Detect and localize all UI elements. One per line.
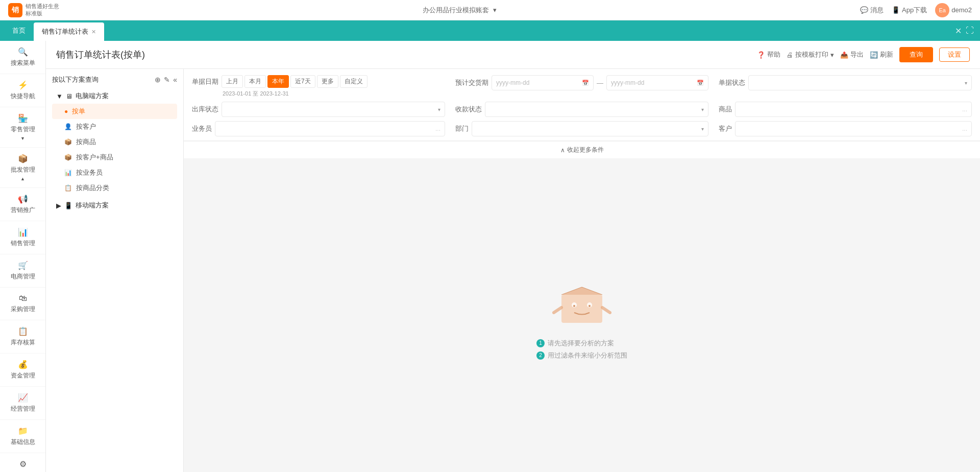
shipment-select[interactable]: ▾ [222,102,445,117]
avatar: Ea [935,3,949,17]
date-filter-cell: 单据日期 上月 本月 本年 近7天 更多 自定义 2023 [192,75,445,98]
filter-row-2: 出库状态 ▾ 收款状态 ▾ [192,102,972,117]
quick-nav-icon: ⚡ [18,80,28,90]
svg-rect-0 [561,295,602,323]
export-button[interactable]: 📤 导出 [840,50,864,59]
scheme-group-mobile-header[interactable]: ▶ 📱 移动端方案 [52,198,177,213]
top-bar: 销 销售通好生意 标准版 办公用品行业模拟账套 ▾ 💬 消息 📱 App下载 E… [0,0,980,20]
customer-cell: 客户 ... [719,121,972,136]
mobile-group-arrow: ▶ [56,202,61,209]
marketing-icon: 📢 [18,194,28,204]
payment-label: 收款状态 [455,105,482,114]
shipment-label: 出库状态 [192,105,218,114]
expected-date-end[interactable]: yyyy-mm-dd 📅 [606,75,708,90]
sidebar-item-marketing[interactable]: 📢 营销推广 [0,188,45,221]
empty-svg [551,269,612,331]
by-customer-product-icon: 📦 [64,154,72,161]
template-print-button[interactable]: 🖨 按模板打印 ▾ [787,50,834,59]
scheme-item-by-customer-product[interactable]: 📦 按客户+商品 [52,150,177,165]
shortcut-this-month[interactable]: 本月 [244,75,266,88]
tab-bar-actions: ✕ ⛶ [955,26,980,36]
collapse-button[interactable]: ∧ 收起更多条件 [184,141,980,158]
shortcut-last-month[interactable]: 上月 [222,75,243,88]
tab-home[interactable]: 首页 [4,20,34,41]
shortcut-custom[interactable]: 自定义 [340,75,368,88]
svg-line-8 [554,308,561,313]
settings-button[interactable]: 设置 [939,48,970,62]
sidebar-item-finance[interactable]: 💰 资金管理 [0,353,45,387]
scheme-edit-icon[interactable]: ✎ [164,76,170,84]
retail-icon: 🏪 [18,113,28,123]
content-area: 销售订单统计表(按单) ❓ 帮助 🖨 按模板打印 ▾ 📤 导出 🔄 刷新 [46,41,980,472]
sidebar-item-system[interactable]: ⚙ 系统管理 [0,453,45,472]
scheme-item-by-product-category[interactable]: 📋 按商品分类 [52,180,177,196]
shortcut-7days[interactable]: 近7天 [290,75,315,88]
page-title: 销售订单统计表(按单) [56,49,145,61]
help-button[interactable]: ❓ 帮助 [757,50,780,59]
sidebar-item-retail[interactable]: 🏪 零售管理 ▼ [0,107,45,148]
scheme-item-by-salesperson[interactable]: 📊 按业务员 [52,165,177,180]
salesperson-input[interactable]: ... [215,121,445,136]
shortcut-more[interactable]: 更多 [317,75,338,88]
scheme-item-by-order[interactable]: ● 按单 [52,104,177,119]
ops-icon: 📈 [18,393,28,403]
empty-illustration [551,269,612,331]
sales-mgmt-icon: 📊 [18,227,28,237]
filter-rows: 单据日期 上月 本月 本年 近7天 更多 自定义 2023 [184,69,980,141]
dept-dropdown-icon: ▾ [701,126,704,132]
expected-date-start[interactable]: yyyy-mm-dd 📅 [492,75,594,90]
status-label: 单据状态 [719,78,745,87]
customer-label: 客户 [719,124,732,133]
tab-sales-order[interactable]: 销售订单统计表 ✕ [34,22,104,41]
payment-cell: 收款状态 ▾ [455,102,708,117]
dropdown-arrow[interactable]: ▾ [493,6,497,14]
by-order-icon: ● [64,108,68,115]
sidebar-item-ops[interactable]: 📈 经营管理 [0,387,45,420]
sidebar-item-wholesale[interactable]: 📦 批发管理 ▲ [0,148,45,188]
by-salesperson-icon: 📊 [64,169,72,176]
right-panel: 单据日期 上月 本月 本年 近7天 更多 自定义 2023 [184,69,980,472]
system-icon: ⚙ [19,459,27,469]
tab-bar: 首页 销售订单统计表 ✕ ✕ ⛶ [0,20,980,41]
product-input[interactable]: ... [735,102,972,117]
payment-select[interactable]: ▾ [485,102,708,117]
sidebar-item-purchase[interactable]: 🛍 采购管理 [0,288,45,320]
search-menu-icon: 🔍 [18,47,28,57]
minimize-button[interactable]: ✕ [955,26,962,36]
sidebar-item-sales-mgmt[interactable]: 📊 销售管理 [0,221,45,254]
scheme-panel: 按以下方案查询 ⊕ ✎ « ▼ 🖥 电脑端方案 ● 按单 [46,69,184,472]
status-select[interactable]: ▾ [748,75,972,90]
shortcut-this-year[interactable]: 本年 [267,75,289,88]
status-dropdown-icon: ▾ [965,80,967,86]
sidebar-item-inventory[interactable]: 📋 库存核算 [0,320,45,353]
message-button[interactable]: 💬 消息 [860,6,884,15]
customer-input[interactable]: ... [735,121,972,136]
salesperson-cell: 业务员 ... [192,121,445,136]
by-product-icon: 📦 [64,138,72,146]
sidebar-item-quick-nav[interactable]: ⚡ 快捷导航 [0,74,45,107]
app-download-button[interactable]: 📱 App下载 [892,6,927,15]
tab-close-icon[interactable]: ✕ [91,29,96,35]
empty-tips: 1 请先选择要分析的方案 2 用过滤条件来缩小分析范围 [536,339,627,363]
dept-select[interactable]: ▾ [472,121,708,136]
sidebar-item-basic[interactable]: 📁 基础信息 [0,420,45,453]
user-profile-button[interactable]: Ea demo2 [935,3,972,17]
logo-area: 销 销售通好生意 标准版 [8,3,59,17]
scheme-collapse-icon[interactable]: « [173,76,177,84]
top-bar-center[interactable]: 办公用品行业模拟账套 ▾ [423,6,497,15]
query-button[interactable]: 查询 [899,47,933,62]
scheme-group-pc-header[interactable]: ▼ 🖥 电脑端方案 [52,88,177,104]
sidebar-item-search-menu[interactable]: 🔍 搜索菜单 [0,41,45,74]
sidebar-item-ecommerce[interactable]: 🛒 电商管理 [0,254,45,288]
scheme-item-by-product[interactable]: 📦 按商品 [52,134,177,150]
shipment-dropdown-icon: ▾ [438,107,440,112]
empty-state: 1 请先选择要分析的方案 2 用过滤条件来缩小分析范围 [184,158,980,472]
scheme-group-pc: ▼ 🖥 电脑端方案 ● 按单 👤 按客户 📦 按商品 [52,88,177,196]
maximize-button[interactable]: ⛶ [966,26,974,35]
refresh-button[interactable]: 🔄 刷新 [870,50,893,59]
by-customer-icon: 👤 [64,123,72,130]
message-icon: 💬 [860,6,868,14]
scheme-add-icon[interactable]: ⊕ [155,76,161,84]
print-dropdown-icon[interactable]: ▾ [830,51,834,59]
scheme-item-by-customer[interactable]: 👤 按客户 [52,119,177,134]
